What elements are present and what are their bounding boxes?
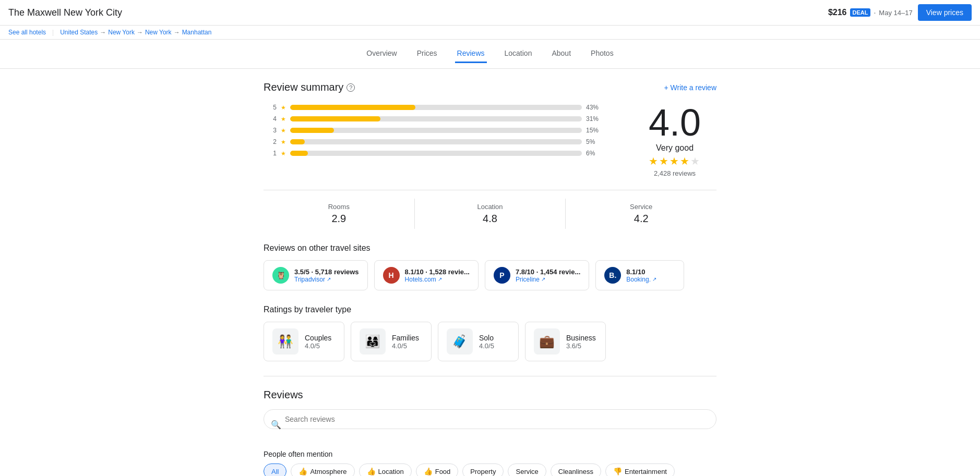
bar-fill — [290, 116, 380, 121]
cat-score-name: Service — [574, 203, 708, 211]
travel-sites-title: Reviews on other travel sites — [264, 243, 716, 253]
site-name: Priceline ↗ — [516, 276, 580, 283]
chip-label: Property — [470, 468, 496, 475]
filter-chip[interactable]: Service — [508, 463, 546, 476]
bar-label: 4 — [264, 115, 277, 123]
overall-rating: 4.0 Very good ★★★★★ 2,428 reviews — [633, 104, 716, 177]
traveler-name: Solo — [479, 334, 494, 342]
bar-track — [290, 116, 582, 121]
bar-fill — [290, 128, 334, 133]
bars-container: 5 ★ 43% 4 ★ 31% 3 ★ 15% 2 ★ — [264, 104, 602, 161]
tab-overview[interactable]: Overview — [364, 45, 399, 63]
chip-emoji-icon: 👍 — [424, 467, 433, 475]
bar-row: 4 ★ 31% — [264, 115, 602, 123]
top-bar: The Maxwell New York City $216 DEAL · Ma… — [0, 0, 980, 26]
view-prices-button[interactable]: View prices — [918, 4, 972, 21]
bar-row: 2 ★ 5% — [264, 138, 602, 145]
filter-chip[interactable]: 👍Location — [359, 463, 412, 476]
chip-label: Food — [435, 468, 451, 475]
star-filled-icon: ★ — [649, 155, 659, 167]
category-score-item: Rooms 2.9 — [264, 199, 415, 229]
tab-photos[interactable]: Photos — [589, 45, 616, 63]
traveler-icon: 👨‍👩‍👧 — [360, 328, 386, 355]
traveler-info: Couples 4.0/5 — [305, 334, 331, 350]
travel-site-card[interactable]: H 8.1/10 · 1,528 revie... Hotels.com ↗ — [374, 260, 479, 290]
external-link-icon: ↗ — [652, 276, 656, 282]
traveler-types-title: Ratings by traveler type — [264, 305, 716, 314]
traveler-type-card[interactable]: 🧳 Solo 4.0/5 — [438, 322, 519, 361]
site-score: 3.5/5 · 5,718 reviews — [294, 268, 359, 276]
traveler-info: Solo 4.0/5 — [479, 334, 494, 350]
cat-score-value: 4.2 — [574, 213, 708, 225]
breadcrumb-ny1[interactable]: New York — [108, 29, 135, 36]
chip-label: Entertainment — [625, 468, 667, 475]
star-filled-icon: ★ — [680, 155, 690, 167]
tab-reviews[interactable]: Reviews — [455, 45, 487, 63]
traveler-name: Business — [566, 334, 596, 342]
external-link-icon: ↗ — [541, 276, 545, 282]
date-range: May 14–17 — [879, 9, 912, 17]
people-mention-label: People often mention — [264, 450, 716, 458]
reviews-count: 2,428 reviews — [633, 169, 716, 177]
filter-chip[interactable]: 👍Atmosphere — [291, 463, 354, 476]
star-empty-icon: ★ — [690, 155, 701, 167]
traveler-info: Business 3.6/5 — [566, 334, 596, 350]
chip-label: Location — [378, 468, 404, 475]
traveler-icon: 👫 — [272, 328, 298, 355]
write-review-link[interactable]: + Write a review — [664, 83, 717, 92]
traveler-info: Families 4.0/5 — [392, 334, 419, 350]
filter-chip[interactable]: Property — [462, 463, 504, 476]
bar-track — [290, 139, 582, 144]
travel-site-card[interactable]: B. 8.1/10 Booking. ↗ — [595, 260, 684, 290]
travel-site-card[interactable]: 🦉 3.5/5 · 5,718 reviews Tripadvisor ↗ — [264, 260, 368, 290]
star-filled-icon: ★ — [659, 155, 670, 167]
cat-score-name: Location — [423, 203, 557, 211]
traveler-score: 4.0/5 — [392, 342, 419, 350]
search-reviews-input[interactable] — [264, 409, 716, 429]
site-info: 7.8/10 · 1,454 revie... Priceline ↗ — [516, 268, 580, 283]
filter-chip[interactable]: 👎Entertainment — [605, 463, 675, 476]
reviews-section: Reviews 🔍 People often mention All👍Atmos… — [264, 389, 716, 476]
site-score: 8.1/10 — [626, 268, 656, 276]
bar-star-icon: ★ — [281, 116, 286, 123]
site-logo: B. — [604, 267, 621, 284]
deal-tag: DEAL — [850, 8, 871, 17]
overall-label: Very good — [633, 143, 716, 153]
hotel-title: The Maxwell New York City — [8, 7, 122, 18]
review-summary-header: Review summary ? + Write a review — [264, 81, 716, 93]
bar-pct: 43% — [586, 104, 602, 111]
filter-chip[interactable]: Cleanliness — [551, 463, 601, 476]
filter-chip[interactable]: All — [264, 463, 286, 476]
traveler-score: 4.0/5 — [305, 342, 331, 350]
traveler-name: Couples — [305, 334, 331, 342]
info-icon[interactable]: ? — [346, 83, 355, 92]
bar-track — [290, 105, 582, 110]
breadcrumb-manhattan[interactable]: Manhattan — [182, 29, 212, 36]
bar-fill — [290, 139, 305, 144]
travel-site-card[interactable]: P 7.8/10 · 1,454 revie... Priceline ↗ — [485, 260, 589, 290]
site-info: 3.5/5 · 5,718 reviews Tripadvisor ↗ — [294, 268, 359, 283]
traveler-score: 3.6/5 — [566, 342, 596, 350]
see-all-hotels-link[interactable]: See all hotels — [8, 29, 46, 36]
breadcrumb-us[interactable]: United States — [60, 29, 98, 36]
traveler-type-card[interactable]: 👨‍👩‍👧 Families 4.0/5 — [351, 322, 432, 361]
tab-about[interactable]: About — [549, 45, 573, 63]
traveler-score: 4.0/5 — [479, 342, 494, 350]
bar-pct: 5% — [586, 138, 602, 145]
price-badge: $216 DEAL · May 14–17 — [828, 8, 913, 17]
filter-chip[interactable]: 👍Food — [416, 463, 459, 476]
bar-track — [290, 151, 582, 156]
bar-fill — [290, 151, 308, 156]
site-name: Booking. ↗ — [626, 276, 656, 283]
bar-star-icon: ★ — [281, 104, 286, 111]
bar-row: 3 ★ 15% — [264, 127, 602, 134]
traveler-type-card[interactable]: 💼 Business 3.6/5 — [525, 322, 606, 361]
category-scores: Rooms 2.9 Location 4.8 Service 4.2 — [264, 190, 716, 229]
filter-chips: All👍Atmosphere👍Location👍FoodPropertyServ… — [264, 463, 716, 476]
cat-score-value: 4.8 — [423, 213, 557, 225]
tab-location[interactable]: Location — [503, 45, 534, 63]
traveler-type-card[interactable]: 👫 Couples 4.0/5 — [264, 322, 344, 361]
site-score: 7.8/10 · 1,454 revie... — [516, 268, 580, 276]
tab-prices[interactable]: Prices — [415, 45, 439, 63]
breadcrumb-ny2[interactable]: New York — [145, 29, 172, 36]
